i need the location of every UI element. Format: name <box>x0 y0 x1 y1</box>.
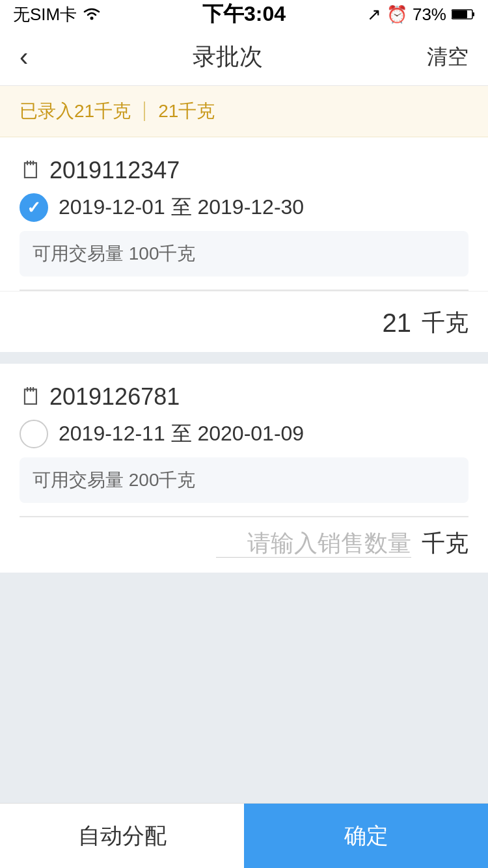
batch-date-1: 2019-12-01 至 2019-12-30 <box>59 193 304 222</box>
info-banner: 已录入21千克 21千克 <box>0 86 488 137</box>
quantity-value-1: 21 <box>383 308 412 338</box>
batch-card-2: 🗒 2019126781 2019-12-11 至 2020-01-09 可用交… <box>0 364 488 573</box>
info-divider <box>144 102 145 121</box>
location-icon: ↗ <box>367 5 381 25</box>
batch-header-1: 🗒 2019112347 <box>20 157 468 184</box>
radio-1[interactable] <box>20 193 48 222</box>
batch-id-2: 2019126781 <box>49 383 180 411</box>
batch-card-1: 🗒 2019112347 2019-12-01 至 2019-12-30 可用交… <box>0 137 488 352</box>
section-divider <box>0 352 488 364</box>
alarm-icon: ⏰ <box>386 5 407 25</box>
quantity-row-1: 21 千克 <box>0 291 488 352</box>
page-title: 录批次 <box>193 41 263 73</box>
sim-signal: 无SIM卡 <box>13 3 77 26</box>
clear-button[interactable]: 清空 <box>427 43 468 72</box>
status-time: 下午3:04 <box>202 0 286 29</box>
batch-id-1: 2019112347 <box>49 157 180 184</box>
back-button[interactable]: ‹ <box>20 42 28 72</box>
batch-item-2[interactable]: 🗒 2019126781 2019-12-11 至 2020-01-09 可用交… <box>0 364 488 516</box>
nav-bar: ‹ 录批次 清空 <box>0 29 488 86</box>
quantity-input-row-2: 千克 <box>0 517 488 573</box>
auto-distribute-button[interactable]: 自动分配 <box>0 804 244 868</box>
quantity-unit-2: 千克 <box>422 528 468 560</box>
available-volume-2: 可用交易量 200千克 <box>20 457 468 503</box>
recorded-value: 21千克 <box>158 99 215 124</box>
quantity-unit-1: 千克 <box>422 307 468 339</box>
batch-icon-2: 🗒 <box>20 383 43 411</box>
svg-point-0 <box>90 16 94 20</box>
svg-rect-3 <box>452 10 467 18</box>
battery-icon <box>452 5 475 25</box>
wifi-icon <box>82 5 102 25</box>
available-volume-1: 可用交易量 100千克 <box>20 231 468 277</box>
quantity-input-2[interactable] <box>216 530 411 558</box>
status-bar: 无SIM卡 下午3:04 ↗ ⏰ 73% <box>0 0 488 29</box>
batch-icon-1: 🗒 <box>20 157 43 184</box>
battery-level: 73% <box>413 5 446 25</box>
batch-item-1[interactable]: 🗒 2019112347 2019-12-01 至 2019-12-30 可用交… <box>0 137 488 290</box>
batch-date-row-1: 2019-12-01 至 2019-12-30 <box>20 193 468 222</box>
gray-fill-area <box>0 573 488 820</box>
radio-2[interactable] <box>20 420 48 448</box>
status-right: ↗ ⏰ 73% <box>367 5 475 25</box>
batch-date-row-2: 2019-12-11 至 2020-01-09 <box>20 420 468 448</box>
svg-rect-2 <box>472 12 474 16</box>
batch-header-2: 🗒 2019126781 <box>20 383 468 411</box>
batch-date-2: 2019-12-11 至 2020-01-09 <box>59 420 304 448</box>
confirm-button[interactable]: 确定 <box>244 804 488 868</box>
recorded-label: 已录入21千克 <box>20 99 131 124</box>
bottom-bar: 自动分配 确定 <box>0 803 488 868</box>
status-left: 无SIM卡 <box>13 3 102 26</box>
